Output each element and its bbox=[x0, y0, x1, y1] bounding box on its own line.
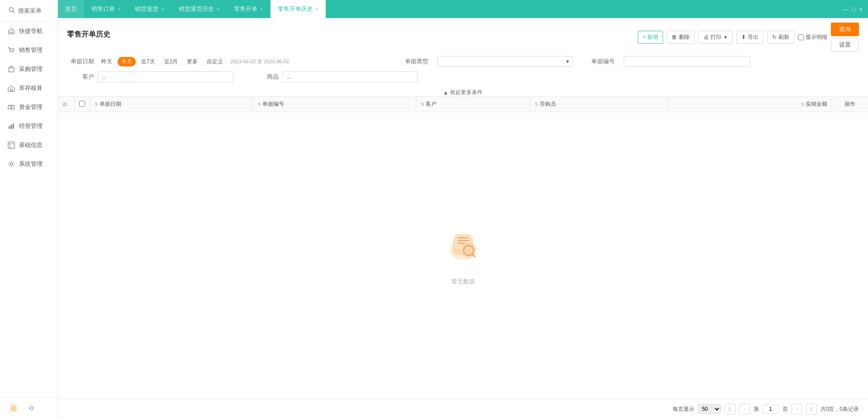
customer-select[interactable]: ... bbox=[98, 71, 233, 82]
product-select[interactable]: ... bbox=[282, 71, 418, 82]
select-all-checkbox[interactable] bbox=[79, 101, 85, 107]
type-select[interactable]: ▾ bbox=[437, 56, 573, 67]
filter-row-2: 客户 ... 商品 ... bbox=[67, 71, 859, 82]
page-label: 第 bbox=[754, 405, 759, 413]
filter-row-1: 单据日期 昨天 今天 近7天 近1月 更多 自定义 2023-06-02 至 2… bbox=[67, 56, 859, 67]
sidebar-item-basic-info[interactable]: 基础信息 bbox=[0, 136, 57, 155]
table-icon bbox=[7, 141, 15, 149]
settings-icon[interactable] bbox=[7, 402, 20, 414]
sidebar-label-basic-info: 基础信息 bbox=[19, 141, 43, 149]
tab-retail-open-label: 零售开单 bbox=[234, 5, 257, 13]
th-salesperson-label[interactable]: 导购员 bbox=[535, 100, 556, 108]
date-options: 昨天 今天 近7天 近1月 更多 自定义 2023-06-02 至 2023-0… bbox=[98, 57, 289, 66]
tab-sales-return-history[interactable]: 销货退货历史 × bbox=[171, 0, 227, 18]
date-opt-custom[interactable]: 自定义 bbox=[203, 57, 227, 66]
export-icon: ⬆ bbox=[741, 34, 746, 40]
th-date[interactable]: 单据日期 bbox=[90, 97, 253, 112]
product-label: 商品 bbox=[251, 73, 279, 81]
pagination: 每页显示 50 10 20 100 ⟪ ‹ 第 页 › ⟫ 共0页，0条记录 bbox=[58, 399, 868, 419]
svg-point-3 bbox=[13, 52, 14, 53]
add-button[interactable]: + 新增 bbox=[638, 31, 663, 44]
th-date-label[interactable]: 单据日期 bbox=[95, 100, 121, 108]
date-opt-today[interactable]: 今天 bbox=[118, 57, 136, 66]
collapse-sidebar-icon[interactable] bbox=[24, 402, 37, 414]
sidebar-item-operations[interactable]: 经营管理 bbox=[0, 117, 57, 136]
prev-page-button[interactable]: ‹ bbox=[739, 404, 750, 414]
date-opt-7days[interactable]: 近7天 bbox=[138, 57, 159, 66]
sidebar-item-sales-mgmt[interactable]: 销售管理 bbox=[0, 41, 57, 60]
window-minimize[interactable]: — bbox=[843, 6, 849, 13]
main-area: 首页 销售订单 × 销货退货 × 销货退货历史 × 零售开单 × 零售开单历史 … bbox=[58, 0, 868, 419]
display-toggle[interactable]: 显示明细 bbox=[798, 33, 827, 41]
tab-sales-return-history-close[interactable]: × bbox=[217, 6, 219, 12]
th-amount-label[interactable]: 实销金额 bbox=[801, 100, 827, 108]
th-amount[interactable]: 实销金额 bbox=[669, 97, 832, 112]
svg-rect-8 bbox=[9, 126, 10, 129]
tab-sales-return-close[interactable]: × bbox=[161, 6, 164, 12]
svg-rect-5 bbox=[10, 89, 12, 91]
money-icon bbox=[7, 103, 15, 111]
th-docnum-label[interactable]: 单据编号 bbox=[257, 100, 284, 108]
th-checkbox[interactable] bbox=[74, 97, 90, 112]
search-button[interactable]: 查询 bbox=[831, 23, 859, 36]
empty-state: 暂无数据 bbox=[58, 112, 868, 399]
chart-icon bbox=[7, 122, 15, 130]
sidebar-label-finance: 资金管理 bbox=[19, 103, 43, 111]
home-icon bbox=[7, 27, 15, 35]
trash-icon: 🗑 bbox=[672, 34, 677, 40]
window-close[interactable]: × bbox=[859, 6, 863, 13]
top-nav-right: — □ × bbox=[837, 0, 868, 18]
collapse-row[interactable]: ▲ 收起更多条件 bbox=[67, 87, 859, 96]
first-page-button[interactable]: ⟪ bbox=[725, 404, 735, 414]
setting-button[interactable]: 设置 bbox=[831, 38, 859, 52]
search-menu-item[interactable]: 搜索采单 bbox=[0, 0, 57, 22]
cart-icon bbox=[7, 46, 15, 54]
th-customer[interactable]: 客户 bbox=[416, 97, 530, 112]
sidebar-item-purchase-mgmt[interactable]: 采购管理 bbox=[0, 60, 57, 79]
export-label: 导出 bbox=[748, 33, 759, 41]
page-input[interactable] bbox=[763, 405, 779, 414]
tab-retail-open-close[interactable]: × bbox=[260, 6, 263, 12]
tab-retail-open-history[interactable]: 零售开单历史 × bbox=[270, 0, 326, 18]
tab-home[interactable]: 首页 bbox=[58, 0, 84, 18]
sidebar-label-sales-mgmt: 销售管理 bbox=[19, 46, 43, 54]
last-page-button[interactable]: ⟫ bbox=[806, 404, 817, 414]
next-page-button[interactable]: › bbox=[792, 404, 802, 414]
svg-point-2 bbox=[10, 52, 11, 53]
tab-retail-open-history-label: 零售开单历史 bbox=[278, 5, 313, 13]
page-title: 零售开单历史 bbox=[67, 30, 110, 39]
window-maximize[interactable]: □ bbox=[852, 6, 856, 13]
tab-sales-order[interactable]: 销售订单 × bbox=[84, 0, 128, 18]
sidebar-item-finance[interactable]: 资金管理 bbox=[0, 98, 57, 117]
print-button[interactable]: 🖨 打印 ▼ bbox=[698, 31, 733, 44]
sidebar-item-system[interactable]: 系统管理 bbox=[0, 155, 57, 174]
date-opt-more[interactable]: 更多 bbox=[183, 57, 201, 66]
export-button[interactable]: ⬆ 导出 bbox=[736, 31, 764, 44]
tab-retail-open[interactable]: 零售开单 × bbox=[227, 0, 270, 18]
tab-retail-open-history-close[interactable]: × bbox=[316, 6, 318, 12]
svg-rect-4 bbox=[9, 68, 14, 72]
print-dropdown-icon: ▼ bbox=[723, 35, 728, 40]
date-opt-1month[interactable]: 近1月 bbox=[161, 57, 182, 66]
th-settings[interactable]: ⚙ bbox=[58, 97, 74, 112]
tab-sales-return[interactable]: 销货退货 × bbox=[128, 0, 171, 18]
th-salesperson[interactable]: 导购员 bbox=[530, 97, 669, 112]
delete-button[interactable]: 🗑 删除 bbox=[667, 31, 695, 44]
per-page-select[interactable]: 50 10 20 100 bbox=[698, 404, 721, 414]
refresh-icon: ↻ bbox=[772, 34, 777, 40]
date-opt-yesterday[interactable]: 昨天 bbox=[98, 57, 116, 66]
th-customer-label[interactable]: 客户 bbox=[421, 100, 436, 108]
th-gear-icon[interactable]: ⚙ bbox=[62, 101, 67, 108]
svg-point-14 bbox=[10, 163, 13, 165]
display-label: 显示明细 bbox=[806, 33, 827, 41]
docnum-input[interactable] bbox=[624, 56, 750, 67]
top-nav: 首页 销售订单 × 销货退货 × 销货退货历史 × 零售开单 × 零售开单历史 … bbox=[58, 0, 868, 18]
sidebar-item-quick-nav[interactable]: 快捷导航 bbox=[0, 22, 57, 41]
refresh-button[interactable]: ↻ 刷新 bbox=[767, 31, 794, 44]
tab-sales-order-close[interactable]: × bbox=[118, 6, 120, 12]
th-docnum[interactable]: 单据编号 bbox=[253, 97, 416, 112]
gear-icon bbox=[7, 160, 15, 168]
customer-select-dots: ... bbox=[102, 74, 106, 80]
display-detail-checkbox[interactable] bbox=[798, 34, 804, 40]
sidebar-item-inventory[interactable]: 库存核算 bbox=[0, 79, 57, 98]
